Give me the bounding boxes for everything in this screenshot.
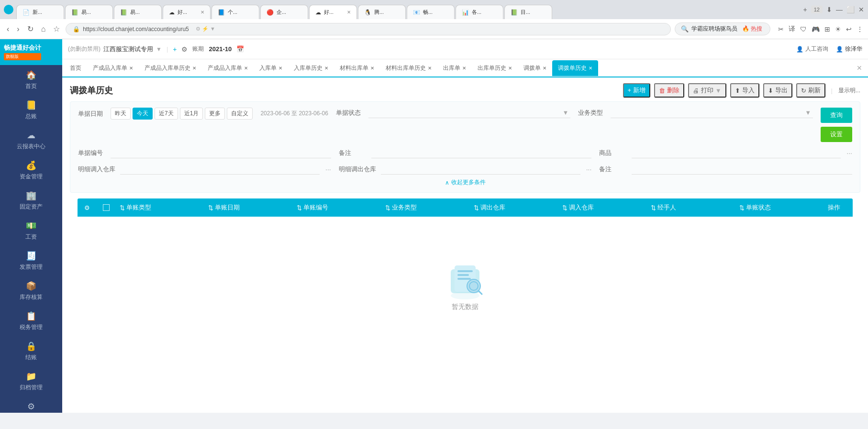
th-date[interactable]: ⇅ 单账日期 (204, 198, 293, 217)
sidebar-item-close[interactable]: 🔒结账 (0, 336, 62, 366)
settings-button[interactable]: 设置 (821, 127, 852, 142)
page-tab-close-5[interactable]: ✕ (324, 66, 328, 71)
page-tab-10[interactable]: 调拨单 ✕ (518, 60, 552, 76)
th-status[interactable]: ⇅ 单账状态 (735, 198, 824, 217)
detail-in-input[interactable] (120, 164, 320, 175)
sidebar-item-inventory[interactable]: 📦库存核算 (0, 276, 62, 306)
close-all-tabs-icon[interactable]: ✕ (853, 64, 866, 72)
sidebar-item-ledger[interactable]: 📒总账 (0, 95, 62, 125)
search-bar[interactable]: 🔍 学霸应聘场驱鸟员 🔥 热搜 (675, 22, 770, 35)
browser-tab-tab2[interactable]: 📗易... (65, 5, 113, 19)
page-tab-9[interactable]: 出库单历史 ✕ (472, 60, 518, 76)
delete-button[interactable]: 🗑 删除 (654, 83, 684, 98)
game-icon[interactable]: 🎮 (812, 25, 820, 33)
th-in-wh[interactable]: ⇅ 调入仓库 (558, 198, 647, 217)
sidebar-item-basic[interactable]: ⚙基础设置 (0, 396, 62, 413)
display-button[interactable]: 显示明... (838, 87, 860, 95)
sidebar-item-capital[interactable]: 💰资金管理 (0, 155, 62, 186)
page-tab-close-3[interactable]: ✕ (244, 66, 248, 71)
goods-input[interactable] (632, 148, 841, 158)
new-button[interactable]: + 新增 (623, 83, 650, 98)
user-button[interactable]: 👤 徐泽华 (836, 45, 862, 53)
menu-icon[interactable]: ⋮ (857, 25, 863, 33)
forward-button[interactable]: › (15, 23, 21, 35)
status-select[interactable]: ▼ (368, 108, 571, 118)
page-tab-0[interactable]: 首页 (64, 60, 87, 76)
grid-icon[interactable]: ⊞ (824, 25, 830, 33)
page-tab-close-9[interactable]: ✕ (508, 66, 512, 71)
date-btn-more[interactable]: 更多 (205, 108, 225, 120)
biz-type-select[interactable]: ▼ (611, 108, 813, 118)
query-button[interactable]: 查询 (821, 108, 852, 123)
tab-close-icon[interactable]: ✕ (200, 10, 204, 15)
select-all-checkbox[interactable] (103, 204, 110, 211)
home-button[interactable]: ⌂ (39, 23, 48, 35)
sidebar-item-report[interactable]: ☁云报表中心 (0, 125, 62, 155)
remark2-input[interactable] (632, 164, 852, 175)
sidebar-item-invoice[interactable]: 🧾发票管理 (0, 246, 62, 276)
brightness-icon[interactable]: ☀ (835, 25, 841, 33)
page-tab-close-1[interactable]: ✕ (129, 66, 133, 71)
detail-in-dots[interactable]: ··· (325, 165, 331, 173)
th-gear[interactable]: ⚙ (78, 204, 97, 211)
page-tab-5[interactable]: 入库单历史 ✕ (288, 60, 334, 76)
th-out-wh[interactable]: ⇅ 调出仓库 (470, 198, 558, 217)
date-btn-1month[interactable]: 近1月 (180, 108, 203, 120)
detail-out-dots[interactable]: ··· (586, 165, 592, 173)
shield-icon[interactable]: 🛡 (800, 25, 807, 33)
page-tab-7[interactable]: 材料出库单历史 ✕ (380, 60, 437, 76)
browser-tab-tab3[interactable]: 📗易... (114, 5, 162, 19)
page-tab-3[interactable]: 产成品入库单 ✕ (202, 60, 254, 76)
browser-tab-tab6[interactable]: 🔴企... (260, 5, 308, 19)
th-type[interactable]: ⇅ 单账类型 (116, 198, 204, 217)
maximize-icon[interactable]: ⬜ (846, 6, 855, 13)
th-no[interactable]: ⇅ 单账编号 (293, 198, 381, 217)
page-tab-close-11[interactable]: ✕ (589, 66, 592, 71)
print-button[interactable]: 🖨 打印 ▼ (688, 83, 726, 98)
page-tab-close-7[interactable]: ✕ (428, 66, 432, 71)
sidebar-item-assets[interactable]: 🏢固定资产 (0, 186, 62, 216)
date-btn-7days[interactable]: 近7天 (155, 108, 178, 120)
add-company-btn[interactable]: + (173, 45, 177, 53)
sidebar-item-home[interactable]: 🏠首页 (0, 65, 62, 95)
date-btn-yesterday[interactable]: 昨天 (111, 108, 131, 120)
page-tab-close-10[interactable]: ✕ (543, 66, 546, 71)
browser-tab-tab11[interactable]: 📗目... (504, 5, 552, 19)
page-tab-close-4[interactable]: ✕ (278, 66, 282, 71)
sidebar-item-wage[interactable]: 💵工资 (0, 216, 62, 246)
date-btn-today[interactable]: 今天 (133, 108, 153, 120)
page-tab-close-2[interactable]: ✕ (192, 66, 196, 71)
import-button[interactable]: ⬆ 导入 (730, 83, 759, 98)
close-icon[interactable]: ✕ (858, 6, 864, 13)
page-tab-4[interactable]: 入库单 ✕ (254, 60, 288, 76)
browser-tab-tab7[interactable]: ☁好...✕ (309, 5, 357, 19)
th-check[interactable] (97, 204, 116, 211)
sidebar-item-tax[interactable]: 📋税务管理 (0, 306, 62, 336)
date-btn-custom[interactable]: 自定义 (227, 108, 253, 120)
page-tab-close-6[interactable]: ✕ (370, 66, 374, 71)
refresh-button[interactable]: ↻ 刷新 (796, 83, 825, 98)
new-tab-icon[interactable]: + (803, 6, 807, 13)
bookmark-button[interactable]: ☆ (51, 22, 62, 35)
browser-tab-tab8[interactable]: 🐧腾... (358, 5, 406, 19)
goods-dots[interactable]: ··· (846, 149, 852, 157)
th-biz[interactable]: ⇅ 业务类型 (381, 198, 470, 217)
page-tab-1[interactable]: 产成品入库单 ✕ (87, 60, 139, 76)
page-tab-11[interactable]: 调拨单历史 ✕ (552, 60, 598, 76)
page-tab-8[interactable]: 出库单 ✕ (437, 60, 472, 76)
minimize-icon[interactable]: — (836, 6, 843, 13)
translate-icon[interactable]: 译 (789, 25, 795, 33)
collapse-button[interactable]: ∧ 收起更多条件 (78, 178, 852, 187)
browser-tab-tab10[interactable]: 📊各... (456, 5, 503, 19)
detail-out-input[interactable] (381, 164, 580, 175)
browser-tab-tab1[interactable]: 📄新... (16, 5, 64, 19)
tab-close-icon[interactable]: ✕ (347, 10, 351, 15)
service-button[interactable]: 👤 人工咨询 (796, 45, 828, 53)
reload-button[interactable]: ↻ (25, 22, 35, 35)
company-selector[interactable]: (勿删勿禁用) 江西服宝测试专用 ▼ (68, 45, 162, 54)
page-tab-2[interactable]: 产成品入库单历史 ✕ (139, 60, 202, 76)
docno-input[interactable] (111, 148, 331, 158)
th-handler[interactable]: ⇅ 经手人 (647, 198, 735, 217)
page-tab-6[interactable]: 材料出库单 ✕ (334, 60, 380, 76)
back-button[interactable]: ‹ (5, 23, 11, 35)
